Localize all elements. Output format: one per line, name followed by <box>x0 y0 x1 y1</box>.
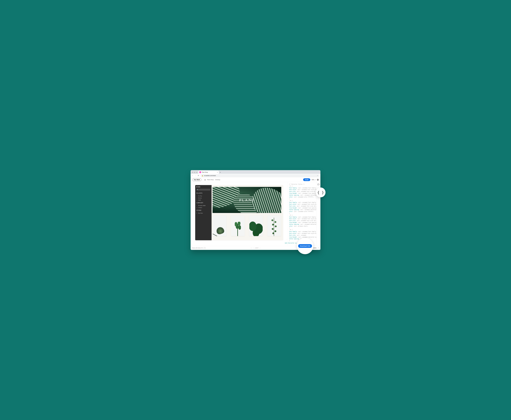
creative-cloud-icon: ∞ <box>204 247 206 249</box>
prev-page-icon[interactable]: ‹ <box>253 247 253 249</box>
sidebar-section-heading: LIBRARY <box>196 202 210 204</box>
plant-thumbnail[interactable] <box>249 216 263 236</box>
address-bar: ← → ⟳ 🔒 xd.adobe.com/view/ ☆ <box>191 174 320 178</box>
sidebar-item[interactable]: ⌂For You <box>196 195 210 197</box>
artboard[interactable]: 🔍 PLANTS⌂For You◇Browse✦RadioLIBRARY♡Rec… <box>195 185 283 240</box>
sidebar-item-icon: ✦ <box>196 199 197 201</box>
zoom-dropdown[interactable]: 81% ▾ <box>312 179 316 181</box>
search-icon: 🔍 <box>197 189 198 190</box>
chevron-down-icon: ▾ <box>315 179 316 180</box>
download-css-button[interactable]: Download CSS <box>298 244 312 248</box>
sidebar-item-label: Radio <box>198 199 201 201</box>
code-braces-callout: { } <box>316 188 326 197</box>
sidebar-item[interactable]: ▭Creators <box>196 207 210 209</box>
dot-icon <box>198 187 199 187</box>
page-indicator: 1 of 17 <box>255 247 258 248</box>
made-with-label: Made with Adobe XD <box>192 247 203 248</box>
sidebar-item-label: Creators <box>198 207 202 208</box>
sidebar-item[interactable]: ◇Browse <box>196 197 210 199</box>
breadcrumb: Plant Shop › Desktop <box>207 179 220 180</box>
hero-image[interactable]: PLANT <box>213 187 281 213</box>
css-code-panel[interactable]: /* Character Styles */ .h1 { font-family… <box>288 182 316 246</box>
sidebar-section-heading: STORE <box>196 210 210 211</box>
zoom-value: 81% <box>312 179 314 180</box>
window-maximize-icon[interactable] <box>196 172 197 173</box>
lock-icon: 🔒 <box>202 175 203 176</box>
sidebar-item[interactable]: ♡Recently Added <box>196 204 210 207</box>
sidebar-item[interactable]: ✦Radio <box>196 199 210 201</box>
url-text: xd.adobe.com/view/ <box>204 175 216 176</box>
breadcrumb-page[interactable]: Desktop <box>215 179 220 180</box>
tab-close-icon[interactable]: × <box>217 172 218 173</box>
sidebar-item[interactable]: ✦Buy More <box>196 212 210 214</box>
dot-icon <box>199 187 200 187</box>
download-css-callout: med-character-sp Download CSS <box>297 238 313 254</box>
sidebar-item-icon: ◇ <box>196 197 197 199</box>
tab-title: Plant Shop <box>202 172 208 173</box>
filter-icon[interactable]: ▽ <box>318 247 319 248</box>
design-sidebar: 🔍 PLANTS⌂For You◇Browse✦RadioLIBRARY♡Rec… <box>195 185 212 240</box>
nav-forward-icon[interactable]: → <box>195 175 196 177</box>
sidebar-item-icon: ▭ <box>196 207 197 208</box>
sidebar-item-label: For You <box>198 195 202 196</box>
sidebar-item-icon: ⌂ <box>196 195 197 196</box>
app-header: Your Work ▦ Plant Shop › Desktop Invite … <box>191 178 320 182</box>
new-tab-button[interactable]: + <box>219 171 222 174</box>
url-field[interactable]: 🔒 xd.adobe.com/view/ ☆ <box>200 174 319 177</box>
plant-thumbnail[interactable] <box>213 216 226 236</box>
comment-icon[interactable]: 💬 <box>318 183 319 185</box>
nav-back-icon[interactable]: ← <box>192 175 193 177</box>
dot-icon <box>196 187 197 187</box>
xd-favicon-icon: Xd <box>199 172 201 173</box>
sidebar-item-icon: ♡ <box>196 205 197 206</box>
home-icon[interactable]: ⌂ <box>251 247 252 249</box>
browser-window: Xd Plant Shop × + ← → ⟳ 🔒 xd.adobe.com/v… <box>191 170 320 250</box>
window-close-icon[interactable] <box>192 172 193 173</box>
sidebar-section-heading: PLANTS <box>196 192 210 194</box>
sidebar-item-label: Recently Added <box>198 205 206 206</box>
design-search-field[interactable]: 🔍 <box>196 189 210 191</box>
app-body: 🔍 PLANTS⌂For You◇Browse✦RadioLIBRARY♡Rec… <box>191 182 320 246</box>
next-page-icon[interactable]: › <box>260 247 260 249</box>
browser-tab[interactable]: Xd Plant Shop × <box>198 171 219 174</box>
invite-button[interactable]: Invite <box>303 178 310 181</box>
chevron-right-icon: › <box>214 179 215 180</box>
sidebar-item-label: Buy More <box>198 212 203 214</box>
resize-handle-icon[interactable]: ⋰ <box>286 239 287 240</box>
canvas-area[interactable]: 🔍 PLANTS⌂For You◇Browse✦RadioLIBRARY♡Rec… <box>191 182 288 246</box>
sidebar-item-label: Browse <box>198 197 202 199</box>
your-work-button[interactable]: Your Work <box>192 178 201 181</box>
mock-window-controls <box>196 187 210 187</box>
plant-thumbnail[interactable] <box>267 216 281 236</box>
hero-label: PLANT <box>239 198 255 202</box>
plant-thumbnail[interactable] <box>231 216 245 236</box>
braces-icon: { } <box>317 190 324 195</box>
nav-reload-icon[interactable]: ⟳ <box>198 175 199 177</box>
browser-tab-strip: Xd Plant Shop × + <box>191 170 320 174</box>
thumbnail-row <box>213 216 281 236</box>
artboard-grid-icon[interactable]: ▦ <box>204 179 206 180</box>
bookmark-star-icon[interactable]: ☆ <box>317 175 318 176</box>
breadcrumb-project[interactable]: Plant Shop <box>207 179 214 180</box>
window-minimize-icon[interactable] <box>194 172 195 173</box>
design-main: PLANT <box>212 185 283 240</box>
sidebar-item-icon: ✦ <box>196 213 197 214</box>
callout-snippet-text: med-character-sp <box>285 242 297 244</box>
help-icon[interactable]: ? <box>317 179 319 181</box>
window-controls <box>192 172 198 174</box>
